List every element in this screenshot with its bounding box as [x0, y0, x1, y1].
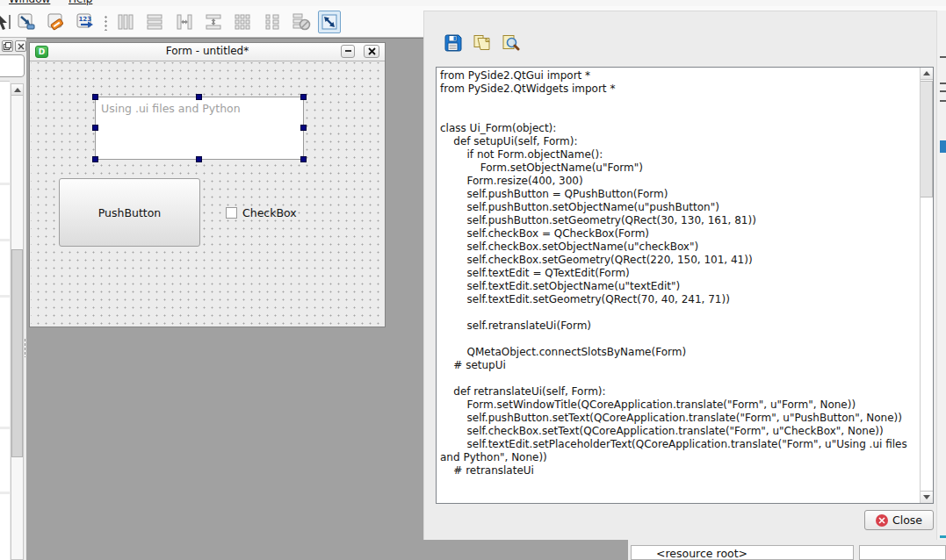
edge-accent-mark: [940, 535, 946, 538]
dock-close-button[interactable]: [15, 40, 26, 52]
code-scrollbar[interactable]: [920, 68, 933, 503]
edge-mark: [940, 90, 946, 92]
dock-float-button[interactable]: [2, 40, 13, 52]
menu-window[interactable]: Window: [9, 0, 50, 5]
find-icon: [501, 33, 520, 53]
selection-handle[interactable]: [196, 156, 202, 162]
edge-mark: [940, 83, 946, 84]
resource-root-item[interactable]: <resource root>: [656, 547, 747, 560]
layout-horizontal-splitter-button[interactable]: [173, 11, 196, 33]
svg-text:123: 123: [79, 16, 92, 23]
selection-handle[interactable]: [300, 125, 307, 131]
minimize-button[interactable]: [341, 45, 355, 58]
layout-form-button[interactable]: [261, 11, 284, 33]
qt-designer-screen: Window Help 123: [0, 0, 946, 560]
find-code-button[interactable]: [499, 32, 522, 54]
edit-signals-slots-button[interactable]: [15, 11, 38, 33]
code-preview-dialog: from PySide2.QtGui import * from PySide2…: [423, 11, 936, 540]
list-separator: [0, 183, 10, 185]
pointer-icon: [0, 12, 11, 32]
edit-tab-order-button[interactable]: 123: [74, 11, 97, 33]
menubar: Window Help: [0, 0, 946, 6]
copy-icon: [472, 33, 491, 53]
widget-box-panel: [0, 38, 26, 560]
selection-handle[interactable]: [196, 94, 202, 100]
widget-box-scrollbar[interactable]: [11, 83, 24, 560]
tab-order-123-icon: 123: [76, 12, 95, 32]
form-canvas[interactable]: Using .ui files and Python PushButton Ch…: [31, 62, 384, 326]
checkbox-label: CheckBox: [242, 206, 297, 219]
edit-widgets-button[interactable]: [0, 11, 13, 33]
layout-rows-icon: [146, 13, 163, 31]
copy-code-button[interactable]: [470, 32, 493, 54]
list-separator: [0, 239, 10, 241]
scroll-up-icon[interactable]: [11, 84, 23, 96]
splitter-vertical-icon: [205, 13, 222, 31]
layout-vertical-splitter-button[interactable]: [202, 11, 225, 33]
break-layout-button[interactable]: [290, 11, 313, 33]
close-window-button[interactable]: [364, 45, 379, 58]
form-window-title: Form - untitled*: [30, 45, 385, 57]
dock-splitter-handle[interactable]: [24, 338, 26, 357]
pushbutton-widget[interactable]: PushButton: [59, 178, 200, 247]
widget-box-list[interactable]: [0, 81, 10, 560]
list-separator: [0, 427, 10, 429]
textedit-placeholder: Using .ui files and Python: [101, 102, 241, 115]
layout-horizontally-button[interactable]: [114, 11, 137, 33]
selection-handle[interactable]: [300, 156, 307, 162]
scroll-down-icon[interactable]: [921, 491, 933, 503]
edit-buddies-button[interactable]: [45, 11, 68, 33]
scrollbar-thumb[interactable]: [11, 249, 23, 457]
list-separator: [0, 492, 10, 494]
toolbar-separator: [105, 15, 107, 31]
checkbox-widget[interactable]: CheckBox: [226, 206, 297, 219]
checkbox-box[interactable]: [226, 207, 237, 219]
selection-handle[interactable]: [92, 94, 98, 100]
adjust-size-button[interactable]: [318, 11, 341, 33]
pushbutton-label: PushButton: [98, 206, 162, 219]
splitter-horizontal-icon: [176, 13, 193, 31]
form-window-titlebar[interactable]: D Form - untitled*: [30, 43, 385, 61]
mdi-area-bottom: [423, 540, 628, 560]
layout-vertically-button[interactable]: [143, 11, 166, 33]
form-editor-window: D Form - untitled* Using .ui files and P…: [29, 42, 386, 327]
scroll-up-icon[interactable]: [921, 68, 933, 80]
adjust-size-icon: [320, 12, 339, 32]
grid-layout-icon: [234, 13, 251, 31]
close-button-label: Close: [892, 513, 922, 527]
break-layout-icon: [292, 12, 311, 32]
close-dialog-button[interactable]: Close: [864, 510, 934, 530]
form-layout-icon: [264, 13, 281, 31]
close-icon: [876, 514, 888, 527]
widget-filter-input[interactable]: [0, 54, 25, 77]
resource-tree-panel[interactable]: <resource root>: [631, 545, 854, 560]
layout-columns-icon: [117, 13, 134, 31]
buddy-tag-icon: [47, 12, 66, 32]
generated-python-code[interactable]: from PySide2.QtGui import * from PySide2…: [440, 69, 917, 477]
signal-slot-icon: [17, 12, 36, 32]
textedit-widget[interactable]: Using .ui files and Python: [95, 97, 304, 160]
scrollbar-thumb[interactable]: [921, 81, 933, 197]
resource-browser-dock: <resource root>: [628, 540, 946, 560]
menu-help[interactable]: Help: [69, 0, 92, 5]
edge-mark: [940, 100, 946, 102]
code-view[interactable]: from PySide2.QtGui import * from PySide2…: [436, 67, 934, 504]
resource-detail-panel[interactable]: [859, 545, 946, 560]
list-separator: [0, 295, 10, 298]
edge-accent-mark: [940, 140, 946, 153]
right-edge-panel: [936, 11, 946, 540]
edge-mark: [940, 56, 946, 58]
selection-handle[interactable]: [92, 125, 98, 131]
save-code-button[interactable]: [441, 32, 464, 54]
layout-grid-button[interactable]: [231, 11, 254, 33]
save-icon: [443, 33, 462, 53]
selection-handle[interactable]: [92, 156, 98, 162]
selection-handle[interactable]: [300, 94, 307, 100]
